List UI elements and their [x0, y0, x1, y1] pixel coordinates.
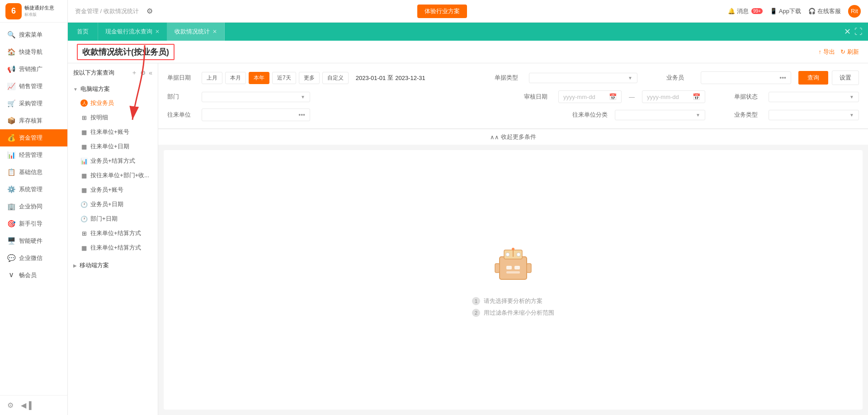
scheme-item-unit-settle2[interactable]: ▦ 往来单位+结算方式	[68, 241, 158, 255]
filter-settings-button[interactable]: 设置	[832, 71, 859, 85]
refresh-button[interactable]: ↻ 刷新	[840, 48, 859, 56]
doc-status-select[interactable]: ▼	[769, 92, 859, 102]
mobile-group-arrow: ▶	[73, 263, 77, 268]
sidebar-item-guide[interactable]: 🎯 新手引导	[0, 215, 67, 232]
refresh-icon: ↻	[840, 48, 845, 55]
filter-row-2: 部门 ▼ 审核日期 yyyy-mm-dd 📅	[167, 90, 859, 103]
svg-rect-5	[514, 266, 520, 269]
audit-date-end-input[interactable]: yyyy-mm-dd 📅	[642, 90, 705, 103]
sidebar-item-system[interactable]: ⚙️ 系统管理	[0, 181, 67, 198]
unit-dots-icon[interactable]: •••	[298, 111, 305, 118]
collapse-bar[interactable]: ∧∧ 收起更多条件	[158, 129, 868, 145]
sidebar-item-hardware[interactable]: 🖥️ 智能硬件	[0, 232, 67, 250]
query-button[interactable]: 查询	[798, 71, 828, 85]
scheme-settings-button[interactable]: ⚙	[140, 69, 146, 76]
mobile-group-title[interactable]: ▶ 移动端方案	[68, 259, 158, 272]
doc-type-select[interactable]: ▼	[529, 73, 637, 83]
date-end: 2023-12-31	[395, 75, 425, 81]
scheme-item-unit-settle1[interactable]: ⊞ 往来单位+结算方式	[68, 226, 158, 241]
dept-date-icon: 🕐	[80, 215, 88, 222]
finance-icon: 💰	[7, 134, 15, 142]
scheme-item-by-salesperson[interactable]: 人 按业务员	[68, 96, 158, 110]
doc-type-label: 单据类型	[495, 74, 522, 82]
step-2-text: 用过滤条件来缩小分析范围	[484, 307, 554, 319]
scheme-item-salesperson-date[interactable]: 🕐 业务员+日期	[68, 197, 158, 212]
logo-name: 畅捷通好生意	[24, 5, 54, 11]
content-area: 按以下方案查询 ＋ ⚙ « ▼ 电脑端方案 人	[68, 63, 868, 415]
scheme-item-unit-account[interactable]: ▦ 往来单位+账号	[68, 125, 158, 139]
trial-button[interactable]: 体验行业方案	[417, 5, 467, 18]
export-button[interactable]: ↑ 导出	[819, 48, 835, 56]
sidebar-item-member[interactable]: V 畅会员	[0, 267, 67, 284]
add-scheme-button[interactable]: ＋	[131, 69, 137, 77]
scheme-item-label: 按往来单位+部门+收...	[90, 171, 149, 179]
close-bank-flow-icon[interactable]: ✕	[155, 28, 160, 35]
scheme-item-unit-dept-collect[interactable]: ▦ 按往来单位+部门+收...	[68, 168, 158, 183]
date-btn-this-month[interactable]: 本月	[225, 72, 246, 84]
biz-type-select[interactable]: ▼	[769, 110, 859, 120]
date-btn-last-month[interactable]: 上月	[202, 72, 222, 84]
step-2: 2 用过滤条件来缩小分析范围	[472, 307, 554, 319]
sidebar-item-label: 库存核算	[19, 117, 42, 125]
unit-account-icon: ▦	[80, 128, 88, 136]
sidebar-item-basic-info[interactable]: 📋 基础信息	[0, 164, 67, 181]
gear-button[interactable]: ⚙	[142, 4, 157, 19]
close-collection-stat-icon[interactable]: ✕	[212, 28, 217, 35]
unit-category-select[interactable]: ▼	[615, 110, 705, 120]
tab-bank-flow[interactable]: 现金银行流水查询 ✕	[98, 23, 167, 41]
sidebar-item-label: 企业微信	[19, 254, 42, 262]
logo-area: 6 畅捷通好生意 标准版	[0, 0, 67, 23]
sidebar-item-search[interactable]: 🔍 搜索菜单	[0, 26, 67, 43]
scheme-item-label: 按业务员	[90, 99, 114, 107]
audit-date-start-placeholder: yyyy-mm-dd	[563, 94, 595, 100]
date-btn-this-year[interactable]: 本年	[249, 72, 269, 84]
scheme-item-dept-date[interactable]: 🕐 部门+日期	[68, 212, 158, 226]
desktop-group-title[interactable]: ▼ 电脑端方案	[68, 82, 158, 96]
unit-select[interactable]: •••	[202, 108, 310, 121]
dots-icon[interactable]: •••	[779, 74, 786, 81]
sidebar-item-corp[interactable]: 🏢 企业协同	[0, 198, 67, 215]
marketing-icon: 📢	[7, 65, 15, 73]
close-tab-btn[interactable]: ✕	[844, 27, 851, 37]
online-service-item[interactable]: 🎧 在线客服	[808, 7, 841, 15]
dept-select[interactable]: ▼	[202, 92, 310, 102]
step-2-num: 2	[472, 309, 480, 317]
settings-bottom-icon[interactable]: ⚙	[7, 401, 14, 410]
calendar-end-icon: 📅	[693, 93, 700, 100]
sidebar-item-label: 系统管理	[19, 185, 42, 193]
scheme-item-salesperson-settle[interactable]: 📊 业务员+结算方式	[68, 154, 158, 168]
tab-collection-stat[interactable]: 收款情况统计 ✕	[167, 23, 225, 41]
scheme-item-unit-date[interactable]: ▦ 往来单位+日期	[68, 139, 158, 154]
maximize-tab-btn[interactable]: ⛶	[854, 27, 863, 37]
date-btn-7days[interactable]: 近7天	[272, 72, 296, 84]
sidebar: 6 畅捷通好生意 标准版 🔍 搜索菜单 🏠 快捷导航 📢 营销推广 📈 销售管理…	[0, 0, 68, 415]
collapse-panel-button[interactable]: «	[149, 69, 152, 76]
page-content: 收款情况统计(按业务员) ↑ 导出 ↻ 刷新 按以下方案查询 ＋	[68, 41, 868, 415]
messages-item[interactable]: 🔔 消息 99+	[728, 7, 763, 15]
left-panel: 按以下方案查询 ＋ ⚙ « ▼ 电脑端方案 人	[68, 63, 158, 415]
sidebar-item-marketing[interactable]: 📢 营销推广	[0, 61, 67, 78]
sidebar-item-sales[interactable]: 📈 销售管理	[0, 78, 67, 95]
sidebar-item-label: 资金管理	[19, 134, 42, 142]
unit-settle2-icon: ▦	[80, 244, 88, 251]
app-download-label: App下载	[779, 7, 801, 15]
tab-home[interactable]: 首页	[68, 23, 98, 41]
scheme-item-by-detail[interactable]: ⊞ 按明细	[68, 110, 158, 125]
user-avatar[interactable]: Rit	[848, 5, 861, 18]
sidebar-item-purchase[interactable]: 🛒 采购管理	[0, 95, 67, 112]
sidebar-item-finance[interactable]: 💰 资金管理	[0, 129, 67, 146]
app-download-item[interactable]: 📱 App下载	[770, 7, 801, 15]
date-btn-custom[interactable]: 自定义	[322, 72, 349, 84]
collapse-sidebar-icon[interactable]: ◀▐	[21, 401, 31, 410]
date-btn-more[interactable]: 更多	[299, 72, 320, 84]
sidebar-item-label: 基础信息	[19, 168, 42, 176]
scheme-item-salesperson-account[interactable]: ▦ 业务员+账号	[68, 183, 158, 197]
sidebar-item-quick-nav[interactable]: 🏠 快捷导航	[0, 43, 67, 61]
sidebar-item-wechat[interactable]: 💬 企业微信	[0, 250, 67, 267]
audit-date-start-input[interactable]: yyyy-mm-dd 📅	[558, 90, 622, 103]
collapse-up-icon: ∧∧	[490, 134, 499, 141]
salesperson-select[interactable]: •••	[701, 71, 791, 84]
sidebar-item-inventory[interactable]: 📦 库存核算	[0, 112, 67, 129]
sidebar-item-operations[interactable]: 📊 经营管理	[0, 146, 67, 164]
date-options: 上月 本月 本年 近7天 更多 自定义	[202, 72, 349, 84]
